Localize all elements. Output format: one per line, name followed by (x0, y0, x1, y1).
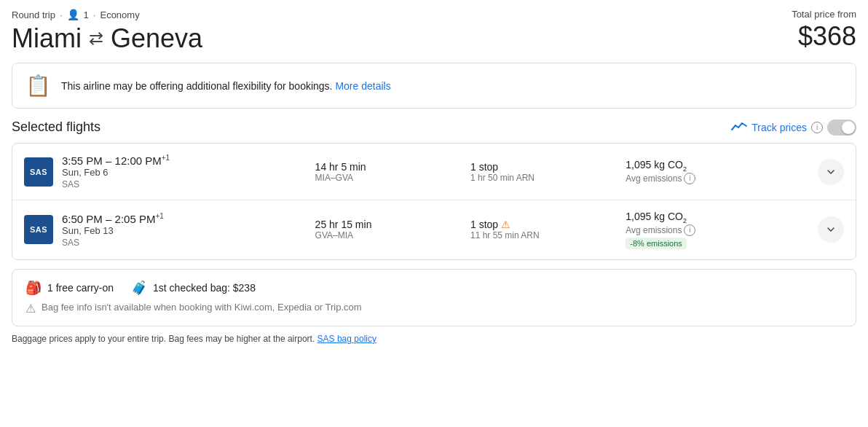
stops-detail: 11 hr 55 min ARN (470, 230, 617, 240)
stops-count: 1 stop ⚠ (470, 219, 617, 230)
emissions-badge: -8% emissions (626, 238, 687, 249)
stops-detail: 1 hr 50 min ARN (470, 173, 617, 183)
destination-city: Geneva (111, 23, 202, 54)
baggage-warning-text: Bag fee info isn't available when bookin… (42, 302, 362, 313)
track-prices-container: Track prices i (731, 119, 856, 136)
warning-icon: ⚠ (501, 219, 510, 230)
trip-type: Round trip (12, 9, 55, 20)
duration-time: 25 hr 15 min (315, 219, 462, 230)
route-title: Miami ⇄ Geneva (12, 23, 202, 54)
total-price-label: Total price from (792, 9, 856, 20)
passengers: 1 (84, 9, 89, 20)
airline-name: SAS (62, 238, 307, 248)
track-prices-label[interactable]: Track prices (751, 122, 807, 133)
flight-info-main: 6:50 PM – 2:05 PM+1 Sun, Feb 13 SAS (62, 212, 307, 248)
expand-flight-button[interactable] (818, 159, 844, 185)
flight-duration: 14 hr 5 min MIA–GVA (315, 161, 462, 183)
duration-route: MIA–GVA (315, 173, 462, 183)
flight-stops: 1 stop 1 hr 50 min ARN (470, 161, 617, 183)
track-prices-icon (731, 119, 747, 136)
sas-bag-policy-link[interactable]: SAS bag policy (317, 334, 376, 344)
track-prices-toggle[interactable] (827, 120, 856, 136)
flight-stops: 1 stop ⚠ 11 hr 55 min ARN (470, 219, 617, 240)
header-right: Total price from $368 (792, 9, 856, 52)
flight-emissions: 1,095 kg CO2 Avg emissions i -8% emissio… (626, 211, 809, 249)
person-icon: 👤 (67, 9, 79, 20)
flight-time: 6:50 PM – 2:05 PM+1 (62, 212, 307, 225)
flight-row: SAS 3:55 PM – 12:00 PM+1 Sun, Feb 6 SAS … (12, 144, 856, 200)
page-header: Round trip · 👤 1 · Economy Miami ⇄ Genev… (12, 9, 856, 54)
baggage-section: 🎒 1 free carry-on 🧳 1st checked bag: $23… (12, 269, 856, 326)
emissions-label: Avg emissions i (626, 173, 809, 184)
more-details-link[interactable]: More details (335, 80, 390, 92)
expand-flight-button[interactable] (818, 216, 844, 243)
baggage-warning-icon: ⚠ (25, 302, 36, 316)
header-left: Round trip · 👤 1 · Economy Miami ⇄ Genev… (12, 9, 202, 54)
baggage-row: 🎒 1 free carry-on 🧳 1st checked bag: $23… (25, 280, 843, 296)
emissions-value: 1,095 kg CO2 (626, 211, 809, 224)
flight-date: Sun, Feb 13 (62, 225, 307, 236)
duration-route: GVA–MIA (315, 230, 462, 240)
section-title: Selected flights (12, 120, 100, 135)
carry-on-item: 🎒 1 free carry-on (25, 280, 114, 296)
flexibility-notice: 📋 This airline may be offering additiona… (12, 63, 856, 109)
airline-name: SAS (62, 179, 307, 189)
flights-container: SAS 3:55 PM – 12:00 PM+1 Sun, Feb 6 SAS … (12, 143, 856, 260)
emissions-value: 1,095 kg CO2 (626, 159, 809, 173)
carry-on-icon: 🎒 (25, 280, 42, 296)
flight-info-main: 3:55 PM – 12:00 PM+1 Sun, Feb 6 SAS (62, 154, 307, 189)
emissions-info-icon[interactable]: i (684, 224, 695, 236)
checked-bag-icon: 🧳 (131, 280, 147, 296)
origin-city: Miami (12, 23, 82, 54)
flight-duration: 25 hr 15 min GVA–MIA (315, 219, 462, 240)
flight-row: SAS 6:50 PM – 2:05 PM+1 Sun, Feb 13 SAS … (12, 200, 856, 259)
flexibility-icon: 📋 (25, 74, 51, 98)
duration-time: 14 hr 5 min (315, 161, 462, 173)
flexibility-text: This airline may be offering additional … (61, 80, 391, 92)
baggage-warning-row: ⚠ Bag fee info isn't available when book… (25, 302, 843, 316)
airline-logo: SAS (24, 157, 53, 187)
track-prices-info-icon[interactable]: i (811, 122, 823, 133)
flight-emissions: 1,095 kg CO2 Avg emissions i (626, 159, 809, 184)
cabin-class: Economy (100, 9, 139, 20)
emissions-info-icon[interactable]: i (684, 173, 695, 184)
checked-bag-item: 🧳 1st checked bag: $238 (131, 280, 256, 296)
total-price-value: $368 (792, 21, 856, 52)
carry-on-text: 1 free carry-on (47, 282, 114, 294)
footer-note: Baggage prices apply to your entire trip… (12, 334, 856, 344)
trip-meta: Round trip · 👤 1 · Economy (12, 9, 202, 20)
checked-bag-text: 1st checked bag: $238 (153, 282, 256, 294)
emissions-label: Avg emissions i (626, 224, 809, 236)
stops-count: 1 stop (470, 161, 617, 173)
swap-icon: ⇄ (89, 28, 103, 49)
flight-date: Sun, Feb 6 (62, 167, 307, 178)
section-header: Selected flights Track prices i (12, 119, 856, 136)
flexibility-notice-text: This airline may be offering additional … (61, 80, 333, 92)
flight-time: 3:55 PM – 12:00 PM+1 (62, 154, 307, 167)
airline-logo: SAS (24, 215, 53, 244)
